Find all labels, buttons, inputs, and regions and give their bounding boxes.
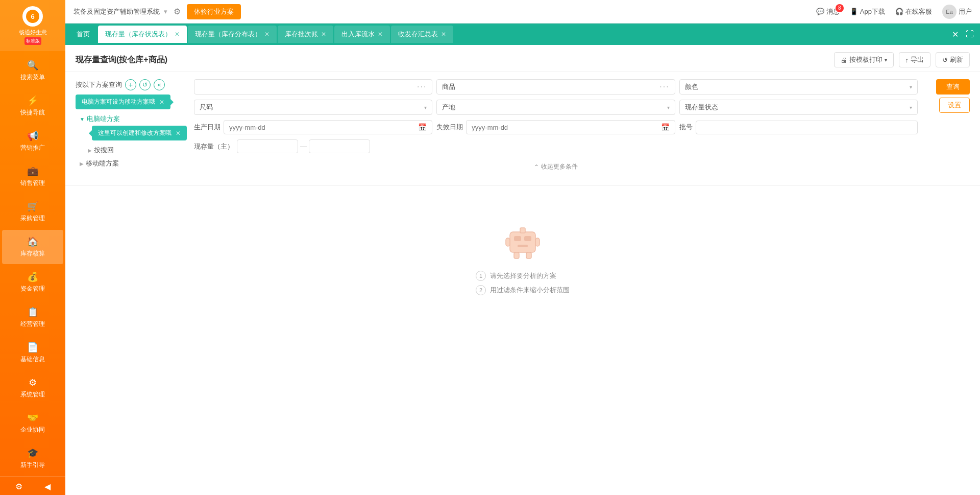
svg-rect-7 (506, 238, 510, 246)
scheme-pc[interactable]: ▼ 电脑端方案 (76, 112, 188, 126)
svg-rect-9 (514, 252, 519, 258)
logo-text: 畅通好生意 (19, 29, 47, 36)
sidebar-nav: 🔍 搜索菜单 ⚡ 快捷导航 📢 营销推广 💼 销售管理 🛒 采购管理 🏠 (0, 53, 65, 476)
sidebar-item-marketing[interactable]: 📢 营销推广 (2, 124, 63, 158)
sidebar-item-operations[interactable]: 📋 经营管理 (2, 300, 63, 335)
sidebar-item-label: 营销推广 (20, 144, 45, 152)
filter-header-row: 按以下方案查询 + ↺ « (76, 79, 188, 90)
sidebar-logo[interactable]: 6 畅通好生意 标准版 (0, 0, 65, 51)
pc-tooltip-close[interactable]: ✕ (159, 99, 164, 106)
sidebar-item-tutorial[interactable]: 🎓 新手引导 (2, 441, 63, 476)
sidebar: 6 畅通好生意 标准版 🔍 搜索菜单 ⚡ 快捷导航 📢 营销推广 💼 销售管理 (0, 0, 65, 495)
filter-fields-area: ··· 商品 ··· 颜色 ▾ (194, 79, 970, 178)
user-profile-btn[interactable]: Ea 用户 (942, 5, 972, 19)
filter-back-btn[interactable]: « (154, 79, 165, 90)
tab-close-inout-flow[interactable]: ✕ (378, 31, 383, 37)
inventory-main-max-input[interactable] (314, 143, 364, 150)
tab-close-batch-account[interactable]: ✕ (321, 31, 326, 37)
sidebar-item-finance[interactable]: 💰 资金管理 (2, 265, 63, 299)
sidebar-item-search[interactable]: 🔍 搜索菜单 (2, 54, 63, 88)
sales-icon: 💼 (27, 166, 38, 177)
sidebar-item-basic-info[interactable]: 📄 基础信息 (2, 336, 63, 370)
phone-icon: 📱 (850, 8, 858, 15)
export-icon: ↑ (905, 56, 909, 64)
tab-inout-flow[interactable]: 出入库流水 ✕ (334, 26, 390, 43)
search-actions: 查询 设置 (924, 79, 970, 178)
tab-close-inventory-status[interactable]: ✕ (175, 31, 180, 37)
exp-date-input[interactable] (472, 124, 658, 131)
refresh-icon: ↺ (942, 56, 948, 64)
tab-home[interactable]: 首页 (69, 26, 97, 43)
settings-footer-btn[interactable]: ⚙ (15, 482, 22, 491)
tab-receive-summary[interactable]: 收发存汇总表 ✕ (391, 26, 453, 43)
sidebar-item-purchase[interactable]: 🛒 采购管理 (2, 195, 63, 229)
tab-close-all-icon[interactable]: ✕ (950, 28, 961, 41)
inventory-status-filter[interactable]: 现存量状态 ▾ (679, 100, 918, 115)
tab-inventory-status[interactable]: 现存量（库存状况表） ✕ (98, 26, 187, 43)
system-name: 装备及固定资产辅助管理系统 ▾ (74, 7, 167, 16)
sidebar-item-sales[interactable]: 💼 销售管理 (2, 159, 63, 194)
page-title: 现存量查询(按仓库+商品) (76, 55, 167, 65)
warehouse-filter[interactable]: ··· (194, 79, 432, 95)
app-download-btn[interactable]: 📱 App下载 (850, 7, 885, 16)
sidebar-item-enterprise[interactable]: 🤝 企业协同 (2, 406, 63, 440)
empty-steps: 1 请先选择要分析的方案 2 用过滤条件来缩小分析范围 (476, 271, 570, 299)
industry-btn[interactable]: 体验行业方案 (187, 4, 241, 19)
scheme-sub-item[interactable]: ▶ 按搜回 (76, 144, 188, 157)
online-support-btn[interactable]: 🎧 在线客服 (895, 7, 932, 16)
marketing-icon: 📢 (27, 130, 38, 142)
collapse-sidebar-btn[interactable]: ◀ (44, 482, 51, 491)
svg-rect-8 (535, 238, 540, 246)
svg-rect-10 (526, 252, 531, 258)
refresh-btn[interactable]: ↺ 刷新 (936, 52, 970, 67)
sidebar-item-inventory[interactable]: 🏠 库存核算 (2, 230, 63, 264)
color-filter[interactable]: 颜色 ▾ (679, 79, 918, 95)
calendar-icon[interactable]: 📅 (661, 123, 670, 131)
template-print-btn[interactable]: 🖨 按模板打印 ▾ (834, 52, 894, 67)
svg-rect-5 (518, 245, 528, 247)
sidebar-item-label: 经营管理 (20, 320, 45, 328)
search-btn[interactable]: 查询 (936, 79, 970, 95)
sidebar-item-system[interactable]: ⚙ 系统管理 (2, 371, 63, 405)
goods-filter[interactable]: 商品 ··· (436, 79, 675, 95)
system-icon: ⚙ (29, 377, 37, 388)
tab-fullscreen-icon[interactable]: ⛶ (964, 28, 976, 41)
inventory-main-min-input[interactable] (242, 143, 292, 150)
filter-header-label: 按以下方案查询 (76, 80, 122, 89)
collapse-btn[interactable]: ⌃ 收起更多条件 (530, 158, 582, 175)
dropdown-icon: ▾ (667, 105, 670, 110)
filter-refresh-btn[interactable]: ↺ (139, 79, 151, 90)
calendar-icon[interactable]: 📅 (418, 123, 427, 131)
messages-btn[interactable]: 💬 消息 8 (816, 7, 840, 16)
tab-close-inventory-dist[interactable]: ✕ (264, 31, 270, 37)
scheme-mobile[interactable]: ▶ 移动端方案 (76, 157, 188, 170)
finance-icon: 💰 (27, 271, 38, 282)
basicinfo-icon: 📄 (27, 342, 38, 353)
dropdown-icon: ▾ (910, 84, 912, 90)
sidebar-item-label: 销售管理 (20, 179, 45, 187)
sidebar-item-quicknav[interactable]: ⚡ 快捷导航 (2, 89, 63, 123)
size-filter[interactable]: 尺码 ▾ (194, 100, 432, 115)
sidebar-item-label: 采购管理 (20, 214, 45, 223)
dropdown-icon: ▾ (424, 105, 427, 110)
batch-input[interactable] (701, 124, 912, 131)
sidebar-item-label: 系统管理 (20, 390, 45, 399)
origin-filter[interactable]: 产地 ▾ (436, 100, 675, 115)
filter-section: 按以下方案查询 + ↺ « 电脑方案可设为移动方案哦 ✕ (65, 72, 980, 186)
collapse-area: ⌃ 收起更多条件 (194, 155, 918, 178)
tab-inventory-dist[interactable]: 现存量（库存分布表） ✕ (188, 26, 277, 43)
settings-icon[interactable]: ⚙ (174, 7, 181, 16)
filter-scheme-panel: 按以下方案查询 + ↺ « 电脑方案可设为移动方案哦 ✕ (76, 79, 188, 170)
tab-close-receive-summary[interactable]: ✕ (441, 31, 446, 37)
exp-date-filter: 失效日期 📅 (436, 120, 675, 134)
empty-state: 1 请先选择要分析的方案 2 用过滤条件来缩小分析范围 (65, 186, 980, 330)
tab-bar: 首页 现存量（库存状况表） ✕ 现存量（库存分布表） ✕ 库存批次账 ✕ 出入库… (65, 23, 980, 45)
mfg-date-input[interactable] (229, 124, 416, 131)
filter-row-4: 现存量（主） — (194, 139, 918, 153)
tab-batch-account[interactable]: 库存批次账 ✕ (278, 26, 333, 43)
empty-step-2: 2 用过滤条件来缩小分析范围 (476, 285, 570, 295)
filter-add-btn[interactable]: + (125, 79, 136, 90)
set-btn[interactable]: 设置 (939, 98, 970, 113)
scheme-tooltip-close[interactable]: ✕ (176, 130, 181, 137)
export-btn[interactable]: ↑ 导出 (899, 52, 931, 67)
